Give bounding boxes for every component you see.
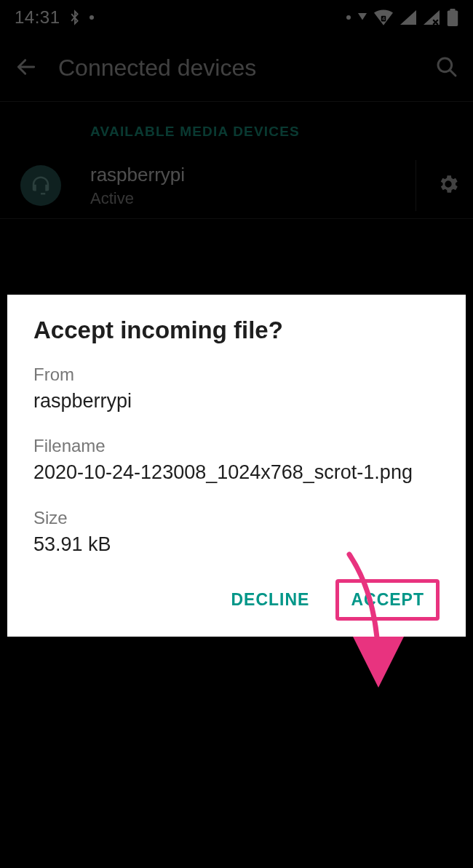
dropdown-caret-icon — [358, 13, 367, 22]
svg-rect-2 — [448, 10, 458, 26]
notification-dot-icon — [346, 15, 351, 20]
svg-rect-3 — [450, 9, 455, 12]
accept-button[interactable]: ACCEPT — [335, 579, 440, 621]
battery-icon — [447, 9, 458, 26]
gear-icon[interactable] — [437, 172, 460, 199]
device-row[interactable]: raspberrypi Active — [0, 153, 473, 219]
signal-no-data-icon — [424, 10, 440, 25]
status-bar: 14:31 4 — [0, 0, 473, 35]
status-time: 14:31 — [15, 7, 60, 28]
app-bar: Connected devices — [0, 35, 473, 102]
incoming-file-dialog: Accept incoming file? From raspberrypi F… — [7, 295, 466, 637]
back-icon[interactable] — [15, 55, 38, 81]
headset-icon — [20, 165, 61, 206]
from-value: raspberrypi — [33, 388, 440, 414]
dialog-actions: DECLINE ACCEPT — [33, 579, 440, 621]
dialog-title: Accept incoming file? — [33, 316, 440, 344]
divider — [416, 160, 416, 211]
device-info: raspberrypi Active — [90, 164, 395, 208]
size-value: 53.91 kB — [33, 531, 440, 557]
device-name: raspberrypi — [90, 164, 395, 186]
search-icon[interactable] — [435, 55, 458, 81]
section-header: AVAILABLE MEDIA DEVICES — [0, 102, 473, 153]
size-label: Size — [33, 508, 440, 528]
svg-text:4: 4 — [382, 15, 385, 22]
filename-value: 2020-10-24-123008_1024x768_scrot-1.png — [33, 459, 440, 485]
filename-label: Filename — [33, 436, 440, 456]
signal-icon — [400, 10, 416, 25]
notification-dot-icon — [90, 15, 94, 20]
decline-button[interactable]: DECLINE — [216, 579, 324, 621]
wifi-icon: 4 — [374, 9, 393, 25]
from-label: From — [33, 365, 440, 385]
page-title: Connected devices — [58, 55, 415, 81]
device-status: Active — [90, 189, 395, 208]
bluetooth-icon — [68, 9, 82, 26]
